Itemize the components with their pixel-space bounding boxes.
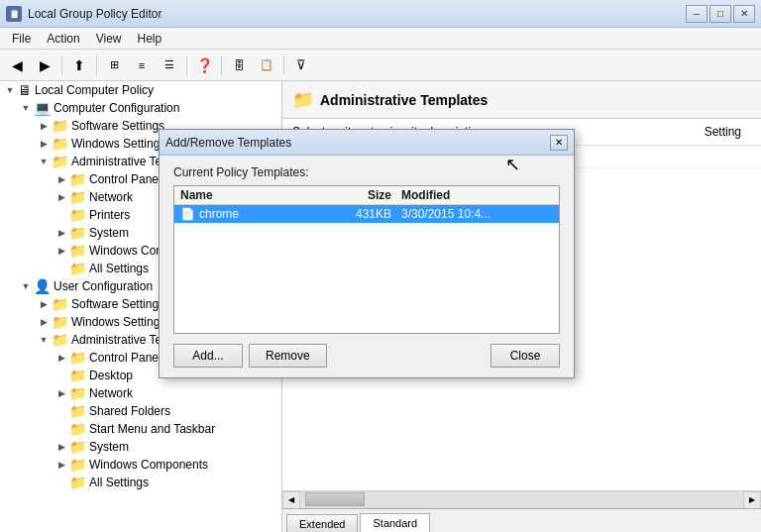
allsettings-label: All Settings [89,262,149,275]
admin-folder-icon: 📁 [292,89,314,111]
details-button[interactable]: ☰ [157,53,182,77]
add-button[interactable]: Add... [173,344,243,368]
maximize-button[interactable]: □ [709,5,731,23]
help-button[interactable]: ❓ [191,53,217,77]
expand-root: ▼ [2,82,18,98]
admin-title: Administrative Templates [320,92,488,108]
expand-software: ▶ [36,118,52,134]
shared-label: Shared Folders [89,404,170,418]
startmenu-label: Start Menu and Taskbar [89,422,215,436]
menu-help[interactable]: Help [130,30,170,48]
dialog-section-label: Current Policy Templates: [173,165,560,179]
expand-computer: ▼ [18,100,34,116]
dialog-close-button[interactable]: ✕ [550,135,568,151]
desktop-icon: 📁 [69,368,86,383]
startmenu-icon: 📁 [69,421,86,437]
user-icon: 👤 [34,278,51,294]
tree-row-computer-config[interactable]: ▼ 💻 Computer Configuration [0,99,281,117]
expand-winsettings: ▶ [36,136,52,152]
wincomp-icon: 📁 [69,243,86,259]
close-dialog-button[interactable]: Close [490,344,560,368]
toolbar-btn-6[interactable]: 📋 [254,53,279,77]
expand-system: ▶ [54,225,69,241]
tab-standard[interactable]: Standard [360,513,430,532]
up-button[interactable]: ⬆ [66,53,92,77]
menu-action[interactable]: Action [39,30,87,48]
unetwork-label: Network [89,386,133,400]
tree-row-user-network[interactable]: ▶ 📁 Network [0,384,281,402]
ucontrol-label: Control Panel [89,351,162,365]
scroll-right-button[interactable]: ▶ [743,491,761,509]
list-button[interactable]: ≡ [129,53,155,77]
toolbar: ◀ ▶ ⬆ ⊞ ≡ ☰ ❓ 🗄 📋 ⊽ [0,50,761,81]
forward-button[interactable]: ▶ [32,53,57,77]
uwincomp-icon: 📁 [69,457,86,473]
filter-button[interactable]: ⊽ [288,53,314,77]
expand-admin: ▼ [36,154,52,169]
winsettings-label: Windows Settings [71,137,165,151]
scroll-track[interactable] [300,491,743,508]
toolbar-separator-5 [283,55,284,75]
back-button[interactable]: ◀ [4,53,30,77]
menu-view[interactable]: View [88,30,130,48]
expand-network: ▶ [54,189,69,205]
allsettings-icon: 📁 [69,261,86,276]
bottom-tabs: Extended Standard [282,508,761,532]
scroll-left-button[interactable]: ◀ [282,491,300,509]
dialog-title-bar: Add/Remove Templates ✕ [160,130,574,156]
list-header: Name Size Modified [174,186,559,205]
expand-allsettings [54,261,69,276]
tree-row-shared[interactable]: 📁 Shared Folders [0,402,281,420]
tab-extended[interactable]: Extended [286,514,358,532]
close-button[interactable]: ✕ [733,5,755,23]
computer-label: Computer Configuration [54,101,179,115]
uallsettings-label: All Settings [89,476,149,489]
list-item[interactable]: 📄 chrome 431KB 3/30/2015 10:4... [174,205,559,223]
winsettings-icon: 📁 [52,136,68,152]
tree-row-usersystem[interactable]: ▶ 📁 System [0,438,281,456]
expand-ucontrol: ▶ [54,350,69,366]
userwin-icon: 📁 [52,314,68,330]
root-icon: 🖥 [18,82,32,98]
template-size: 431KB [332,207,391,221]
scroll-thumb[interactable] [305,492,365,506]
template-name-text: chrome [199,207,239,221]
expand-wincomp: ▶ [54,243,69,259]
show-standard-button[interactable]: ⊞ [101,53,127,77]
userwin-label: Windows Settings [71,315,165,329]
software-label: Software Settings [71,119,164,133]
admin-label: Administrative Te... [71,155,171,168]
printers-label: Printers [89,208,130,222]
toolbar-separator-1 [61,55,62,75]
tree-row-user-wincomp[interactable]: ▶ 📁 Windows Components [0,456,281,474]
usersw-icon: 📁 [52,296,68,312]
uwincomp-label: Windows Components [89,458,208,472]
tree-row-root[interactable]: ▼ 🖥 Local Computer Policy [0,81,281,99]
remove-button[interactable]: Remove [249,344,327,368]
col-modified: Modified [391,188,553,202]
tree-row-startmenu[interactable]: 📁 Start Menu and Taskbar [0,420,281,438]
menu-file[interactable]: File [4,30,39,48]
dialog-body: Current Policy Templates: Name Size Modi… [160,156,574,377]
expand-uwincomp: ▶ [54,457,69,473]
expand-uallsettings [54,475,69,490]
expand-userwin: ▶ [36,314,52,330]
tree-row-user-allsettings[interactable]: 📁 All Settings [0,474,281,491]
toolbar-separator-2 [96,55,97,75]
expand-unetwork: ▶ [54,385,69,401]
control-label: Control Panel [89,172,162,186]
template-icon: 📄 [180,207,195,221]
ucontrol-icon: 📁 [69,350,86,366]
templates-list[interactable]: Name Size Modified 📄 chrome 431KB 3/30/2… [173,185,560,334]
toolbar-separator-4 [221,55,222,75]
minimize-button[interactable]: – [686,5,707,23]
horizontal-scrollbar[interactable]: ◀ ▶ [282,490,761,508]
admin-icon: 📁 [52,154,68,169]
system-label: System [89,226,129,240]
usersys-label: System [89,440,129,454]
setting-column-header: Setting [705,125,741,139]
toolbar-btn-5[interactable]: 🗄 [226,53,252,77]
useradmin-label: Administrative Te... [71,333,171,347]
expand-useradmin: ▼ [36,332,52,348]
expand-usersys: ▶ [54,439,69,455]
